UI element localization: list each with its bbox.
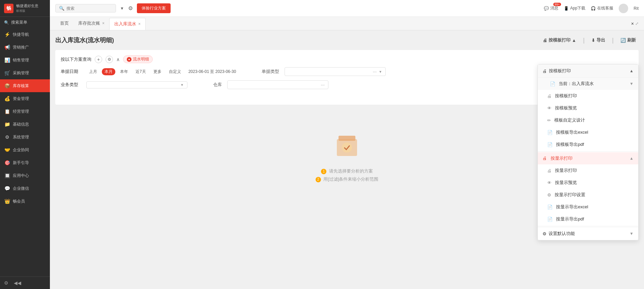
sidebar-item-app-center[interactable]: 🔲 应用中心 xyxy=(0,169,50,182)
dropdown-item-template-print[interactable]: 🖨 按模板打印 xyxy=(538,90,638,102)
dropdown-item-display-preview[interactable]: 👁 按显示预览 xyxy=(538,177,638,189)
sidebar-item-enterprise[interactable]: 🤝 企业协同 xyxy=(0,143,50,156)
dropdown-item-template-preview[interactable]: 👁 按模板预览 xyxy=(538,102,638,114)
sidebar-item-sales[interactable]: 📊 销售管理 xyxy=(0,54,50,67)
sidebar-item-guide[interactable]: 🎯 新手引导 xyxy=(0,156,50,169)
dropdown-item-template-export-excel[interactable]: 📄 按模板导出excel xyxy=(538,126,638,138)
template-custom-label: 模板自定义设计 xyxy=(554,117,585,123)
filter-date-custom[interactable]: 自定义 xyxy=(166,68,184,75)
trial-button[interactable]: 体验行业方案 xyxy=(137,3,171,13)
filter-business-select[interactable]: ▼ xyxy=(86,81,187,88)
dropdown-current-template[interactable]: 📄 当前：出入库流水 ▼ xyxy=(538,78,638,90)
filter-date-more[interactable]: 更多 xyxy=(151,68,164,75)
filter-type-arrow-icon[interactable]: ▼ xyxy=(379,70,382,74)
guide-icon: 🎯 xyxy=(4,160,10,166)
template-print-icon: 🖨 xyxy=(547,94,552,99)
dropdown-item-display-print[interactable]: 🖨 按显示打印 xyxy=(538,164,638,177)
filter-settings-button[interactable]: ⚙ xyxy=(106,56,113,63)
refresh-button[interactable]: 🔄 刷新 xyxy=(618,36,639,45)
filter-type-select[interactable]: ··· ▼ xyxy=(285,67,386,76)
filter-type-dots-icon[interactable]: ··· xyxy=(373,69,377,74)
sidebar-item-basic[interactable]: 📁 基础信息 xyxy=(0,118,50,131)
display-export-excel-icon: 📄 xyxy=(547,205,553,210)
sidebar-settings-icon[interactable]: ⚙ xyxy=(4,280,8,286)
template-custom-icon: ✏ xyxy=(547,118,551,123)
dropdown-bottom-label: ⚙ 设置默认功能 xyxy=(543,231,575,237)
filter-date-this-month[interactable]: 本月 xyxy=(102,68,115,75)
filter-date-range: 2023-06-01 至 2023-06-30 xyxy=(188,69,236,75)
user-avatar[interactable] xyxy=(619,4,628,13)
sidebar: 畅 畅捷通好生意 标准版 🔍 搜索菜单 ⚡ 快捷导航 📢 营销推广 📊 销售管理… xyxy=(0,0,50,289)
sidebar-item-wechat[interactable]: 💬 企业微信 xyxy=(0,182,50,195)
svg-rect-1 xyxy=(339,136,355,141)
tabs-right-actions: × ⤢ xyxy=(628,21,639,26)
message-button[interactable]: 💬 消息 99+ xyxy=(544,5,558,11)
dropdown-item-display-export-excel[interactable]: 📄 按显示导出excel xyxy=(538,201,638,213)
dropdown-item-display-settings[interactable]: ⚙ 按显示打印设置 xyxy=(538,189,638,201)
tab-maximize-icon[interactable]: ⤢ xyxy=(635,21,639,26)
customer-service-button[interactable]: 🎧 在线客服 xyxy=(591,5,613,11)
sidebar-item-system[interactable]: ⚙ 系统管理 xyxy=(0,131,50,143)
print-template-label: 按模板打印 xyxy=(549,37,570,43)
tab-close-main-icon[interactable]: × xyxy=(631,21,634,26)
header-gear-icon[interactable]: ⚙ xyxy=(128,5,133,11)
main-area: 🔍 ▼ ⚙ 体验行业方案 💬 消息 99+ 📱 App下载 🎧 在线客服 Rit xyxy=(50,0,644,289)
sidebar-item-member[interactable]: 👑 畅会员 xyxy=(0,195,50,208)
current-template-label: 当前：出入库流水 xyxy=(559,81,594,87)
sidebar-item-marketing[interactable]: 📢 营销推广 xyxy=(0,41,50,54)
filter-date-last-month[interactable]: 上月 xyxy=(86,68,100,75)
display-settings-icon: ⚙ xyxy=(547,192,551,198)
tab-current-close-icon[interactable]: × xyxy=(138,22,141,26)
tab-bar: 首页 库存批次账 × 出入库流水 × × ⤢ xyxy=(50,17,644,30)
export-button[interactable]: ⬇ 导出 xyxy=(589,36,608,45)
tab-batch-close-icon[interactable]: × xyxy=(102,21,105,26)
sidebar-collapse-icon[interactable]: ◀◀ xyxy=(14,280,21,286)
sidebar-item-finance[interactable]: 💰 资金管理 xyxy=(0,92,50,105)
search-icon: 🔍 xyxy=(4,20,9,25)
dropdown-bottom-row[interactable]: ⚙ 设置默认功能 ▼ xyxy=(538,227,638,240)
inventory-icon: 📦 xyxy=(4,83,10,89)
dropdown-template-title: 🖨 按模板打印 xyxy=(543,68,571,74)
filter-warehouse-select[interactable]: ··· xyxy=(227,80,328,89)
template-export-excel-label: 按模板导出excel xyxy=(556,129,588,135)
sidebar-item-operations[interactable]: 📋 经营管理 xyxy=(0,105,50,118)
dropdown-item-display-export-pdf[interactable]: 📄 按显示导出pdf xyxy=(538,213,638,225)
tab-current-label: 出入库流水 xyxy=(114,21,136,27)
filter-warehouse-dots-icon[interactable]: ··· xyxy=(321,82,325,87)
filter-date-this-year[interactable]: 本年 xyxy=(117,68,131,75)
tab-batch[interactable]: 库存批次账 × xyxy=(74,18,109,30)
empty-hint-1: 1 请先选择要分析的方案 xyxy=(321,168,373,174)
filter-business-arrow-icon[interactable]: ▼ xyxy=(180,83,184,87)
tab-current[interactable]: 出入库流水 × xyxy=(109,18,146,30)
filter-date-7days[interactable]: 近7天 xyxy=(133,68,149,75)
hint-1-num: 1 xyxy=(321,169,326,174)
app-download-button[interactable]: 📱 App下载 xyxy=(564,5,585,11)
filter-add-button[interactable]: + xyxy=(95,56,102,63)
header-search-box[interactable]: 🔍 xyxy=(55,4,116,12)
dropdown-display-section-header[interactable]: 🖨 按显示打印 ▲ xyxy=(538,152,638,164)
sidebar-search[interactable]: 🔍 搜索菜单 xyxy=(0,17,50,28)
dropdown-divider xyxy=(538,151,638,152)
sidebar-item-label: 企业微信 xyxy=(13,186,29,191)
dropdown-item-template-custom[interactable]: ✏ 模板自定义设计 xyxy=(538,114,638,126)
header-search-input[interactable] xyxy=(66,6,107,11)
dropdown-chevron-up-icon[interactable]: ▲ xyxy=(630,69,634,73)
sidebar-item-label: 销售管理 xyxy=(13,57,29,63)
current-template-icon: 📄 xyxy=(550,81,555,86)
app-download-label: App下载 xyxy=(570,5,585,11)
filter-collapse-button[interactable]: ∧ xyxy=(116,57,120,62)
header-dropdown-arrow[interactable]: ▼ xyxy=(120,6,124,11)
logo-badge: 标准版 xyxy=(16,9,38,13)
print-template-button[interactable]: 🖨 按模板打印 ▲ xyxy=(540,36,579,45)
tab-home[interactable]: 首页 xyxy=(55,18,74,30)
display-section-arrow-icon: ▲ xyxy=(630,156,634,161)
dropdown-bottom-text: 设置默认功能 xyxy=(549,231,575,237)
customer-service-icon: 🎧 xyxy=(591,6,596,11)
dropdown-item-template-export-pdf[interactable]: 📄 按模板导出pdf xyxy=(538,138,638,151)
print-template-icon: 🖨 xyxy=(543,38,547,43)
sidebar-item-purchase[interactable]: 🛒 采购管理 xyxy=(0,67,50,79)
sidebar-item-quick-nav[interactable]: ⚡ 快捷导航 xyxy=(0,28,50,41)
filter-tag[interactable]: ● 流水明细 xyxy=(123,55,153,63)
sidebar-item-inventory[interactable]: 📦 库存核算 xyxy=(0,79,50,92)
header-search-icon: 🔍 xyxy=(59,6,64,11)
